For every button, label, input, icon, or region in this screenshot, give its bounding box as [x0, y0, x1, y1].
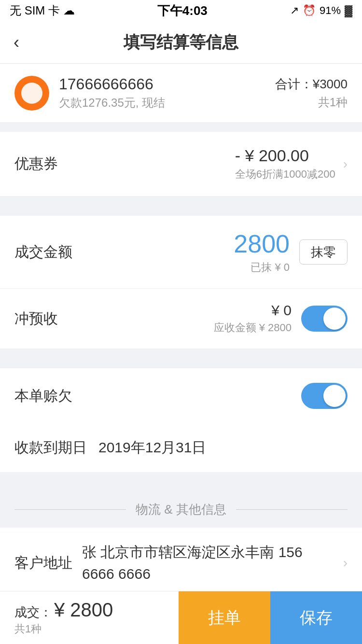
divider-2: [0, 359, 362, 368]
payment-due-row: 收款到期日 2019年12月31日: [0, 423, 362, 472]
pending-button[interactable]: 挂单: [179, 591, 270, 644]
sim-label: 无 SIM 卡 ☁: [10, 3, 75, 18]
status-left: 无 SIM 卡 ☁: [10, 3, 75, 18]
transaction-right: 2800 已抹 ¥ 0 抹零: [234, 229, 348, 275]
bottom-deal-label: 成交：: [14, 604, 52, 621]
battery-label: 91%: [320, 4, 341, 17]
chevron-right-icon: ›: [343, 156, 348, 172]
transaction-section: 成交金额 2800 已抹 ¥ 0 抹零 冲预收 ¥ 0 应收金额 ¥ 2800: [0, 216, 362, 349]
transaction-sub: 已抹 ¥ 0: [234, 260, 290, 275]
debt-label: 本单赊欠: [14, 386, 72, 406]
pre-receive-label: 冲预收: [14, 309, 58, 329]
customer-section: 17666666666 欠款1276.35元, 现结 合计：¥3000 共1种: [0, 64, 362, 122]
toggle-knob: [323, 308, 346, 330]
debt-row: 本单赊欠: [0, 368, 362, 423]
pre-receive-row: 冲预收 ¥ 0 应收金额 ¥ 2800: [0, 289, 362, 349]
total-label: 合计：¥3000: [275, 76, 348, 93]
pre-receive-toggle[interactable]: [301, 306, 348, 332]
coupon-row[interactable]: 优惠券 - ¥ 200.00 全场6折满1000减200 ›: [0, 132, 362, 196]
debt-section: 本单赊欠 收款到期日 2019年12月31日: [0, 368, 362, 472]
customer-info: 17666666666 欠款1276.35元, 现结: [59, 75, 165, 111]
avatar-icon: [21, 83, 42, 104]
payment-due-value: 2019年12月31日: [98, 438, 206, 458]
bottom-amount: ¥ 2800: [54, 599, 113, 621]
pre-receive-values: ¥ 0 应收金额 ¥ 2800: [214, 302, 292, 335]
coupon-detail: 全场6折满1000减200: [235, 167, 335, 182]
page-title: 填写结算等信息: [124, 31, 238, 54]
address-label: 客户地址: [14, 553, 72, 573]
bottom-summary: 成交： ¥ 2800 共1种: [0, 599, 179, 636]
coupon-right: - ¥ 200.00 全场6折满1000减200 ›: [235, 146, 348, 182]
battery-icon: ▓: [345, 4, 352, 17]
coupon-amount: - ¥ 200.00: [235, 146, 335, 165]
title-line-right: [236, 509, 348, 510]
avatar: [14, 76, 49, 111]
address-row[interactable]: 客户地址 张 北京市市辖区海淀区永丰南 156 6666 6666 ›: [0, 528, 362, 598]
customer-right: 合计：¥3000 共1种: [275, 76, 348, 110]
customer-phone: 17666666666: [59, 75, 165, 93]
pre-receive-amount: ¥ 0: [214, 302, 292, 319]
divider-3: [0, 482, 362, 491]
pre-receive-right: ¥ 0 应收金额 ¥ 2800: [214, 302, 348, 335]
debt-toggle[interactable]: [301, 383, 348, 409]
back-button[interactable]: ‹: [14, 32, 19, 53]
transaction-row: 成交金额 2800 已抹 ¥ 0 抹零: [0, 216, 362, 289]
logistics-title-row: 物流 & 其他信息: [0, 491, 362, 528]
address-chevron-icon: ›: [343, 555, 348, 571]
logistics-title: 物流 & 其他信息: [136, 501, 226, 518]
status-right: ↗ ⏰ 91% ▓: [290, 4, 352, 17]
bottom-count: 共1种: [14, 622, 164, 636]
debt-toggle-knob: [323, 385, 346, 407]
customer-row: 17666666666 欠款1276.35元, 现结 合计：¥3000 共1种: [0, 64, 362, 122]
bottom-bar: 成交： ¥ 2800 共1种 挂单 保存: [0, 591, 362, 644]
transaction-value: 2800: [234, 229, 290, 258]
title-line-left: [14, 509, 126, 510]
coupon-section: 优惠券 - ¥ 200.00 全场6折满1000减200 ›: [0, 132, 362, 196]
coupon-label: 优惠券: [14, 154, 58, 174]
payment-due-label: 收款到期日: [14, 438, 87, 458]
address-value: 张 北京市市辖区海淀区永丰南 156 6666 6666: [72, 541, 343, 585]
customer-sub: 欠款1276.35元, 现结: [59, 95, 165, 111]
status-bar: 无 SIM 卡 ☁ 下午4:03 ↗ ⏰ 91% ▓: [0, 0, 362, 21]
total-count: 共1种: [275, 95, 348, 110]
customer-left: 17666666666 欠款1276.35元, 现结: [14, 75, 165, 111]
round-button[interactable]: 抹零: [299, 239, 348, 265]
alarm-icon: ⏰: [303, 4, 316, 17]
location-icon: ↗: [290, 4, 299, 17]
nav-bar: ‹ 填写结算等信息: [0, 21, 362, 64]
pre-receive-sub: 应收金额 ¥ 2800: [214, 321, 292, 335]
save-button[interactable]: 保存: [270, 591, 362, 644]
address-section: 客户地址 张 北京市市辖区海淀区永丰南 156 6666 6666 ›: [0, 528, 362, 598]
divider-1: [0, 206, 362, 216]
status-time: 下午4:03: [157, 2, 208, 19]
transaction-label: 成交金额: [14, 242, 72, 262]
